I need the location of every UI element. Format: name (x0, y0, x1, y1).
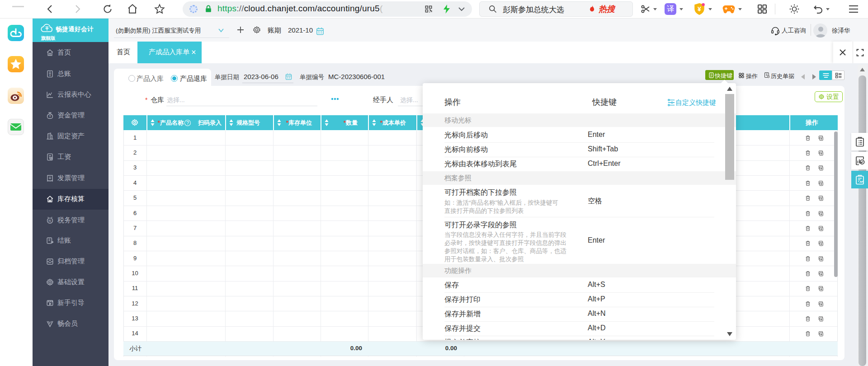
svg-text:稅: 稅 (48, 219, 52, 223)
svg-text:¥: ¥ (49, 114, 51, 117)
svg-text:¥: ¥ (698, 5, 701, 13)
svg-text:¥: ¥ (49, 74, 51, 77)
